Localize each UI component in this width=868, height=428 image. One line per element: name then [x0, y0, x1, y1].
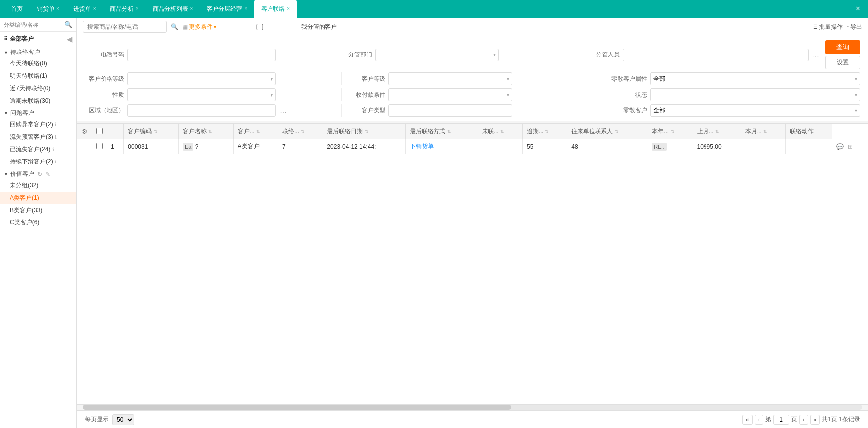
- filter-area-more[interactable]: …: [280, 107, 287, 114]
- sidebar-value-edit[interactable]: ✎: [45, 171, 50, 178]
- sidebar-declining-info[interactable]: ℹ: [55, 159, 57, 164]
- sidebar-churn-warning-info[interactable]: ℹ: [55, 134, 57, 140]
- filter-price-level-select[interactable]: [127, 72, 276, 85]
- sidebar-item-week[interactable]: 近7天待联络(0): [0, 82, 76, 95]
- filter-area-input[interactable]: [127, 104, 276, 117]
- filter-customer-type-label: 客户类型: [346, 107, 385, 115]
- nav-product-analysis-close[interactable]: ×: [136, 0, 139, 18]
- sidebar-collapse-btn[interactable]: ◀: [67, 35, 72, 43]
- sidebar-item-b-class[interactable]: B类客户(33): [0, 204, 76, 216]
- filter-retail-attr-select[interactable]: 全部: [650, 72, 860, 85]
- filter-staff-input[interactable]: [623, 49, 809, 61]
- nav-close-all[interactable]: ×: [852, 4, 864, 13]
- query-btn[interactable]: 查询: [825, 40, 860, 54]
- setting-btn[interactable]: 设置: [825, 56, 860, 69]
- batch-op-btn[interactable]: ☰ 批量操作: [813, 23, 843, 31]
- td-name: Ea ?: [178, 139, 233, 154]
- prev-page-btn[interactable]: ‹: [755, 415, 763, 425]
- sidebar-item-overdue[interactable]: 逾期未联络(30): [0, 95, 76, 107]
- th-gear[interactable]: ⚙: [77, 124, 92, 139]
- nav-customer-contact[interactable]: 客户联络 ×: [254, 0, 297, 18]
- last-page-btn[interactable]: »: [810, 415, 820, 425]
- filter-staff-more[interactable]: …: [813, 51, 819, 59]
- sidebar-item-c-class[interactable]: C类客户(6): [0, 216, 76, 229]
- td-checkbox[interactable]: [92, 139, 107, 154]
- sidebar-search-icon[interactable]: 🔍: [64, 21, 72, 28]
- filter-phone-input[interactable]: [127, 49, 276, 61]
- export-btn[interactable]: ↑ 导出: [847, 23, 863, 31]
- nav-purchase-close[interactable]: ×: [93, 0, 96, 18]
- search-icon[interactable]: 🔍: [171, 23, 178, 30]
- filter-customer-type-input[interactable]: [388, 104, 512, 117]
- sidebar-item-a-class[interactable]: A类客户(1): [0, 192, 76, 204]
- scrollbar-row[interactable]: [77, 404, 868, 410]
- filter-status-select[interactable]: [650, 88, 860, 101]
- filter-staff: 分管人员 …: [580, 49, 819, 61]
- next-page-btn[interactable]: ›: [799, 415, 808, 425]
- sidebar: 🔍 ⠿ 全部客户 ◀ ▼ 待联络客户 今天待联络(0) 明天待联络(1) 近7天…: [0, 18, 77, 428]
- sort-level-icon: ⇅: [256, 129, 260, 134]
- filter-phone-label: 电话号码: [85, 51, 124, 59]
- my-customer-checkbox[interactable]: [220, 24, 299, 30]
- th-last-month[interactable]: 上月... ⇅: [693, 124, 741, 139]
- filter-payment-select[interactable]: [388, 88, 512, 101]
- th-unpaid[interactable]: 未联... ⇅: [478, 124, 522, 139]
- th-select-all[interactable]: [96, 128, 103, 134]
- td-unpaid: [478, 139, 522, 154]
- sidebar-overdue-label: 逾期未联络(30): [10, 97, 50, 105]
- more-filter-btn[interactable]: ▦ 更多条件 ▾: [182, 23, 216, 31]
- nav-product-analysis-list[interactable]: 商品分析列表 ×: [146, 0, 200, 18]
- nav-sale-close[interactable]: ×: [56, 0, 59, 18]
- th-last-contact-date[interactable]: 最后联络日期 ⇅: [323, 124, 406, 139]
- sidebar-churned-info[interactable]: ℹ: [52, 147, 54, 152]
- sidebar-all-customers[interactable]: ⠿ 全部客户 ◀: [0, 32, 76, 46]
- first-page-btn[interactable]: «: [742, 415, 753, 425]
- nav-home[interactable]: 首页: [4, 0, 30, 18]
- nav-sale[interactable]: 销货单 ×: [30, 0, 66, 18]
- nav-customer-tier-close[interactable]: ×: [244, 0, 247, 18]
- sidebar-item-declining[interactable]: 持续下滑客户(2) ℹ: [0, 156, 76, 168]
- th-name[interactable]: 客户名称 ⇅: [178, 124, 233, 139]
- filter-retail-customer-select[interactable]: 全部: [650, 104, 860, 117]
- sidebar-search-input[interactable]: [4, 22, 62, 28]
- gear-icon[interactable]: ⚙: [82, 128, 88, 135]
- action-qr-icon[interactable]: ⊞: [848, 143, 853, 150]
- th-customer-level[interactable]: 客户... ⇅: [233, 124, 278, 139]
- nav-product-analysis-list-close[interactable]: ×: [190, 0, 193, 18]
- search-input[interactable]: [83, 21, 167, 33]
- th-code[interactable]: 客户编码 ⇅: [124, 124, 179, 139]
- sidebar-item-churned[interactable]: 已流失客户(24) ℹ: [0, 143, 76, 156]
- th-this-year[interactable]: 本年... ⇅: [648, 124, 693, 139]
- th-this-month[interactable]: 本月... ⇅: [741, 124, 785, 139]
- sidebar-item-repurchase[interactable]: 回购异常客户(2) ℹ: [0, 118, 76, 131]
- scrollbar-thumb[interactable]: [83, 405, 511, 410]
- filter-nature-select[interactable]: [127, 88, 276, 101]
- sidebar-repurchase-info[interactable]: ℹ: [55, 122, 57, 127]
- nav-customer-contact-close[interactable]: ×: [287, 0, 290, 18]
- th-company-contact[interactable]: 往来单位联系人 ⇅: [567, 124, 648, 139]
- sidebar-item-tomorrow[interactable]: 明天待联络(1): [0, 70, 76, 82]
- nav-product-analysis[interactable]: 商品分析 ×: [103, 0, 146, 18]
- row-checkbox[interactable]: [96, 143, 103, 149]
- th-last-contact-method[interactable]: 最后联络方式 ⇅: [406, 124, 478, 139]
- sidebar-value-refresh[interactable]: ↻: [37, 171, 42, 178]
- page-input[interactable]: [773, 415, 789, 425]
- filter-customer-level-select[interactable]: [388, 72, 512, 85]
- th-overdue[interactable]: 逾期... ⇅: [522, 124, 567, 139]
- sidebar-item-churn-warning[interactable]: 流失预警客户(3) ℹ: [0, 131, 76, 143]
- sidebar-item-unclassified[interactable]: 未分组(32): [0, 179, 76, 192]
- my-customer-checkbox-wrap[interactable]: 我分管的客户: [220, 23, 337, 31]
- filter-retail-customer: 零散客户 全部 ▾: [607, 104, 860, 117]
- action-chat-icon[interactable]: 💬: [836, 143, 844, 150]
- sidebar-item-today[interactable]: 今天待联络(0): [0, 57, 76, 70]
- th-checkbox[interactable]: [92, 124, 107, 139]
- th-contact-count[interactable]: 联络... ⇅: [278, 124, 323, 139]
- td-last-contact-method[interactable]: 下销货单: [406, 139, 478, 154]
- nav-purchase[interactable]: 进货单 ×: [66, 0, 103, 18]
- filter-phone: 电话号码: [85, 49, 324, 61]
- sidebar-value-title: ▼ 价值客户 ↻ ✎: [0, 168, 76, 179]
- page-size-select[interactable]: 50: [112, 414, 134, 425]
- nav-customer-tier[interactable]: 客户分层经营 ×: [200, 0, 254, 18]
- last-contact-method-link[interactable]: 下销货单: [410, 143, 434, 150]
- filter-dept-select[interactable]: [375, 49, 499, 61]
